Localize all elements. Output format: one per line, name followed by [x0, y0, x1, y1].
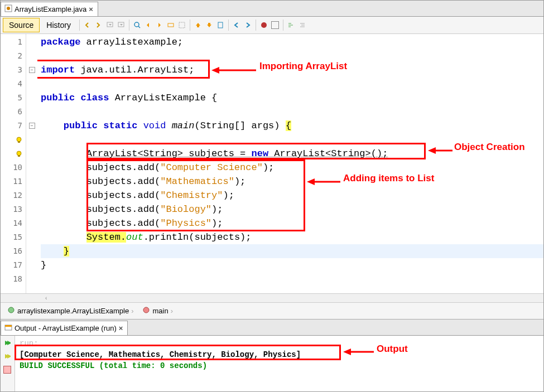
tab-source[interactable]: Source	[3, 18, 40, 32]
code-token: ArrayList<String>	[86, 148, 183, 159]
output-tab-label: Output - ArrayListExample (run)	[15, 324, 117, 332]
tab-history[interactable]: History	[41, 18, 76, 32]
lightbulb-icon[interactable]	[16, 137, 22, 143]
output-tab[interactable]: Output - ArrayListExample (run) ×	[1, 321, 128, 335]
prev-bookmark-icon[interactable]	[232, 20, 242, 30]
code-token: subjects.add(	[86, 176, 161, 187]
svg-rect-7	[179, 22, 185, 28]
svg-point-17	[17, 151, 21, 156]
svg-rect-28	[5, 325, 12, 327]
svg-rect-6	[168, 23, 174, 27]
shift-up-icon[interactable]	[193, 20, 203, 30]
svg-point-4	[134, 22, 139, 27]
code-token: ArrayList<String>();	[268, 148, 388, 159]
svg-point-25	[8, 307, 14, 313]
code-token: public	[41, 93, 75, 103]
stop-output-icon[interactable]	[1, 364, 14, 376]
stop-icon[interactable]	[270, 20, 280, 30]
code-token: subjects.add(	[86, 218, 161, 229]
next-bookmark-icon[interactable]	[243, 20, 253, 30]
toolbar-dropdown-icon[interactable]	[116, 20, 126, 30]
code-token: {	[206, 93, 217, 103]
lightbulb-icon[interactable]	[16, 151, 22, 157]
code-token: .println(subjects);	[143, 232, 252, 243]
run-icon[interactable]	[1, 350, 14, 362]
separator	[129, 20, 129, 31]
fold-toggle-icon[interactable]: −	[29, 123, 35, 129]
breadcrumb-label: main	[152, 307, 168, 315]
code-token: "Computer Science"	[160, 162, 263, 173]
code-token: );	[211, 218, 223, 229]
separator	[283, 20, 283, 31]
file-tab-label: ArrayListExample.java	[15, 5, 86, 13]
separator	[228, 20, 229, 31]
record-icon[interactable]	[259, 20, 269, 30]
close-icon[interactable]: ×	[89, 5, 93, 13]
code-token: class	[80, 93, 109, 103]
output-gutter	[1, 336, 15, 391]
output-line: [Computer Science, Mathematics, Chemistr…	[20, 349, 539, 360]
line-number: 17	[13, 258, 22, 272]
code-token: "Chemistry"	[160, 190, 223, 201]
code-area[interactable]: package arraylistexample; import java.ut…	[37, 34, 543, 293]
line-number: 15	[13, 230, 22, 244]
code-token: package	[41, 37, 80, 47]
code-token: subjects =	[183, 148, 251, 159]
bookmark-icon[interactable]	[215, 20, 225, 30]
nav-fwd-icon[interactable]	[94, 20, 104, 30]
code-token: java.util.ArrayList;	[75, 65, 194, 75]
toolbar-dropdown-icon[interactable]	[105, 20, 115, 30]
breadcrumb-method[interactable]: main ›	[139, 305, 176, 317]
code-token: arraylistexample;	[80, 37, 183, 47]
find-next-icon[interactable]	[155, 20, 165, 30]
code-token: subjects.add(	[86, 204, 161, 215]
horizontal-scrollbar[interactable]: ‹	[1, 293, 543, 302]
code-token: );	[263, 162, 274, 173]
code-token: }	[64, 246, 69, 257]
fold-toggle-icon[interactable]: −	[29, 67, 35, 73]
line-number: 13	[13, 202, 22, 216]
line-number: 1	[18, 35, 22, 49]
line-number: 16	[13, 244, 22, 258]
code-token: "Biology"	[160, 204, 211, 215]
line-number: 10	[13, 161, 22, 175]
svg-point-1	[7, 7, 10, 10]
svg-rect-16	[18, 141, 20, 143]
indent-icon[interactable]	[297, 20, 307, 30]
output-body[interactable]: run: [Computer Science, Mathematics, Che…	[15, 336, 543, 391]
chevron-right-icon: ›	[171, 307, 173, 315]
close-icon[interactable]: ×	[119, 324, 123, 332]
line-number: 5	[18, 91, 22, 105]
svg-rect-18	[18, 155, 20, 157]
svg-rect-8	[218, 22, 223, 28]
breadcrumb-label: arraylistexample.ArrayListExample	[17, 307, 129, 315]
code-token: {	[286, 120, 291, 131]
highlight-icon[interactable]	[166, 20, 176, 30]
line-number: 14	[13, 216, 22, 230]
find-prev-icon[interactable]	[143, 20, 153, 30]
breadcrumb-class[interactable]: arraylistexample.ArrayListExample ›	[4, 305, 137, 317]
file-tab[interactable]: ArrayListExample.java ×	[1, 2, 98, 16]
separator	[256, 20, 256, 31]
code-token: public	[64, 120, 98, 131]
fold-gutter: − −	[26, 34, 37, 293]
rerun-icon[interactable]	[1, 337, 14, 349]
editor-toolbar: Source History	[1, 17, 543, 34]
shift-down-icon[interactable]	[204, 20, 214, 30]
file-tab-bar: ArrayListExample.java ×	[1, 1, 543, 17]
code-token: System.	[86, 232, 126, 243]
code-token: subjects.add(	[86, 190, 161, 201]
code-token: );	[211, 204, 223, 215]
line-number: 4	[18, 77, 22, 91]
format-icon[interactable]	[286, 20, 296, 30]
line-number: 11	[13, 175, 22, 188]
find-icon[interactable]	[132, 20, 142, 30]
class-icon	[7, 306, 15, 316]
method-icon	[142, 306, 150, 316]
chevron-right-icon: ›	[131, 307, 133, 315]
selection-icon[interactable]	[177, 20, 187, 30]
nav-back-icon[interactable]	[83, 20, 93, 30]
code-token: out	[126, 232, 143, 243]
output-line: BUILD SUCCESSFUL (total time: 0 seconds)	[20, 360, 539, 371]
line-number: 3	[18, 63, 22, 77]
